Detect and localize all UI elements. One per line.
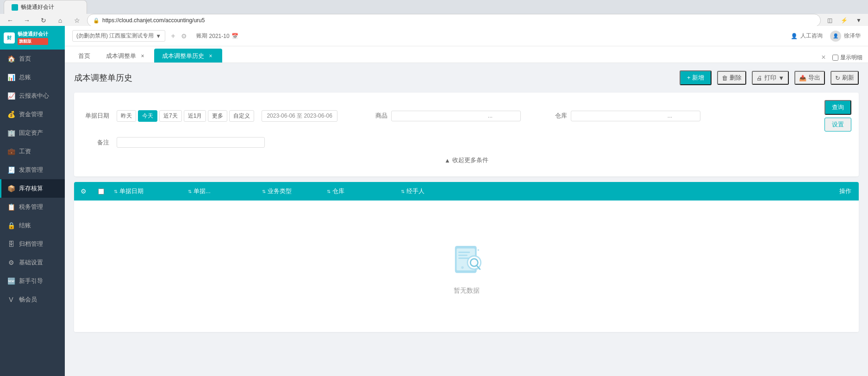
- home-button[interactable]: ⌂: [54, 14, 67, 27]
- sidebar-item-label-inventory: 库存核算: [19, 184, 43, 193]
- display-toggle-label[interactable]: 显示明细: [840, 54, 862, 62]
- goods-more-btn[interactable]: ...: [488, 113, 493, 119]
- date-btn-more[interactable]: 更多: [208, 110, 227, 122]
- filter-card: 单据日期 昨天 今天 近7天 近1月 更多 自定义 2023-06-06 至 2…: [74, 93, 859, 176]
- display-toggle-checkbox[interactable]: [832, 55, 838, 61]
- warehouse-more-btn[interactable]: ...: [668, 113, 672, 119]
- sidebar-item-label-guide: 新手引导: [19, 277, 43, 285]
- dropdown-button[interactable]: ▼: [853, 16, 864, 25]
- user-name: 徐泽华: [844, 32, 861, 40]
- sidebar-item-close[interactable]: 🔒 结账: [0, 216, 65, 235]
- sort-icon-no: ⇅: [188, 189, 192, 194]
- sidebar-item-label-invoice: 发票管理: [19, 166, 43, 174]
- tax-icon: 📋: [7, 203, 15, 211]
- th-date[interactable]: ⇅ 单据日期: [109, 187, 183, 195]
- goods-input[interactable]: [395, 113, 488, 119]
- tab-cost-adjust-close[interactable]: ×: [139, 52, 146, 60]
- consulting-label: 人工咨询: [800, 32, 823, 40]
- address-bar[interactable]: 🔒 https://cloud.chanjet.com/accounting/u…: [87, 14, 821, 27]
- url-text: https://cloud.chanjet.com/accounting/uru…: [102, 17, 205, 24]
- guide-icon: 🆕: [7, 277, 15, 285]
- goods-filter-group: 商品 ...: [360, 111, 521, 121]
- export-button[interactable]: 📤 导出: [794, 71, 825, 85]
- date-btn-1month[interactable]: 近1月: [184, 110, 206, 122]
- th-warehouse[interactable]: ⇅ 仓库: [322, 187, 396, 195]
- delete-label: 删除: [730, 74, 742, 82]
- sidebar-item-ledger[interactable]: 📊 总账: [0, 68, 65, 87]
- user-menu[interactable]: 👤 徐泽华: [830, 31, 861, 42]
- note-input-wrap: [117, 137, 265, 148]
- app-container: 财 畅捷通好会计 旗舰版 🏠 首页 📊 总账 📈 云报表中心 💰 资金管理 🏢 …: [0, 26, 868, 376]
- th-no-label: 单据...: [194, 187, 211, 195]
- back-button[interactable]: ←: [4, 14, 17, 27]
- date-btn-7days[interactable]: 近7天: [159, 110, 182, 122]
- sort-icon-operator: ⇅: [401, 189, 405, 194]
- sidebar-item-invoice[interactable]: 🧾 发票管理: [0, 161, 65, 179]
- tab-cost-adjust[interactable]: 成本调整单 ×: [98, 49, 154, 63]
- warehouse-filter-group: 仓库 ...: [539, 111, 700, 121]
- calendar-icon[interactable]: 📅: [231, 33, 238, 39]
- sidebar-item-inventory[interactable]: 📦 库存核算: [0, 179, 65, 198]
- gear-icon: ⚙: [81, 188, 87, 195]
- sidebar-item-tax[interactable]: 📋 税务管理: [0, 198, 65, 216]
- assets-icon: 🏢: [7, 129, 15, 137]
- sidebar-item-funds[interactable]: 💰 资金管理: [0, 105, 65, 124]
- print-button[interactable]: 🖨 打印 ▼: [752, 71, 789, 85]
- consulting-button[interactable]: 👤 人工咨询: [791, 32, 823, 40]
- sidebar-item-label-close: 结账: [19, 221, 31, 230]
- delete-button[interactable]: 🗑 删除: [717, 71, 746, 85]
- salary-icon: 💼: [7, 148, 15, 155]
- tab-home[interactable]: 首页: [70, 49, 98, 63]
- sidebar-item-label-ledger: 总账: [19, 73, 31, 81]
- company-selector[interactable]: (勿删勿禁用) 江西服宝测试专用 ▼: [72, 30, 165, 42]
- lightning-button[interactable]: ⚡: [838, 16, 850, 25]
- table-select-all[interactable]: [93, 188, 109, 194]
- sidebar-item-salary[interactable]: 💼 工资: [0, 142, 65, 161]
- window-close-button[interactable]: ×: [818, 52, 829, 63]
- sort-icon-type: ⇅: [262, 189, 266, 194]
- collapse-button[interactable]: ▲ 收起更多条件: [437, 153, 496, 167]
- add-button[interactable]: + 新增: [680, 70, 712, 85]
- th-operator[interactable]: ⇅ 经手人: [396, 187, 470, 195]
- tab-home-label: 首页: [78, 52, 90, 60]
- settings-gear-icon[interactable]: ⚙: [181, 32, 187, 40]
- table-settings-icon[interactable]: ⚙: [74, 188, 93, 195]
- warehouse-input[interactable]: [575, 113, 668, 119]
- page-header: 成本调整单历史 + 新增 🗑 删除 🖨 打印 ▼ 📤 导出: [74, 70, 859, 85]
- goods-input-wrap: ...: [391, 111, 521, 121]
- avatar: 👤: [830, 31, 841, 42]
- sidebar-item-archive[interactable]: 🗄 归档管理: [0, 235, 65, 253]
- sidebar-item-guide[interactable]: 🆕 新手引导: [0, 272, 65, 290]
- sidebar-item-vip[interactable]: V 畅会员: [0, 290, 65, 309]
- sidebar-item-report[interactable]: 📈 云报表中心: [0, 87, 65, 105]
- date-btn-custom[interactable]: 自定义: [229, 110, 254, 122]
- sidebar-item-assets[interactable]: 🏢 固定资产: [0, 124, 65, 142]
- th-type[interactable]: ⇅ 业务类型: [257, 187, 322, 195]
- th-type-label: 业务类型: [268, 187, 292, 195]
- reload-button[interactable]: ↻: [37, 14, 50, 27]
- forward-button[interactable]: →: [20, 14, 33, 27]
- date-btn-today[interactable]: 今天: [138, 110, 157, 122]
- extensions-button[interactable]: ◫: [824, 16, 835, 25]
- refresh-button[interactable]: ↻ 刷新: [831, 71, 859, 85]
- th-no[interactable]: ⇅ 单据...: [183, 187, 257, 195]
- add-company-button[interactable]: +: [171, 32, 175, 40]
- select-all-checkbox[interactable]: [98, 188, 104, 194]
- period-label: 账期: [196, 32, 207, 40]
- note-input[interactable]: [121, 139, 250, 146]
- th-date-label: 单据日期: [119, 187, 144, 195]
- tab-cost-adjust-history-close[interactable]: ×: [207, 52, 214, 60]
- date-range-display: 2023-06-06 至 2023-06-06: [262, 110, 337, 122]
- sidebar-item-settings[interactable]: ⚙ 基础设置: [0, 253, 65, 272]
- sidebar-item-home[interactable]: 🏠 首页: [0, 50, 65, 68]
- archive-icon: 🗄: [7, 240, 15, 248]
- bookmark-button[interactable]: ☆: [70, 14, 83, 27]
- browser-tab-title: 畅捷通好会计: [21, 3, 54, 11]
- ledger-icon: 📊: [7, 74, 15, 81]
- tab-cost-adjust-history[interactable]: 成本调整单历史 ×: [154, 49, 222, 63]
- date-btn-yesterday[interactable]: 昨天: [117, 110, 136, 122]
- query-button[interactable]: 查询: [824, 100, 851, 115]
- settings-button[interactable]: 设置: [824, 118, 851, 132]
- browser-active-tab[interactable]: 畅捷通好会计: [4, 0, 87, 14]
- consulting-icon: 👤: [791, 33, 798, 39]
